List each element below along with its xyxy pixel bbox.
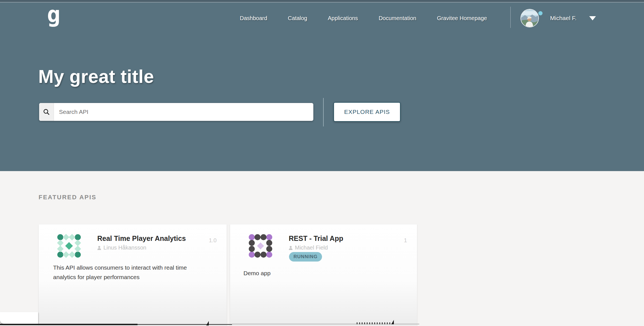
api-card-rest-trial-app[interactable]: REST - Trial App Michael Field 1 RUNNING… <box>230 224 417 326</box>
cutoff-footer-bar <box>0 324 138 325</box>
featured-apis-heading: FEATURED APIS <box>39 194 96 201</box>
avatar-photo <box>521 9 538 27</box>
hero-banner: g Dashboard Catalog Applications Documen… <box>0 0 644 171</box>
gravitee-logo[interactable]: g <box>47 3 60 26</box>
explore-apis-button[interactable]: EXPLORE APIS <box>333 102 401 122</box>
nav-item-gravitee-homepage[interactable]: Gravitee Homepage <box>437 15 487 21</box>
api-owner: Linus Håkansson <box>97 244 146 251</box>
api-owner-name: Linus Håkansson <box>103 244 146 251</box>
api-search-bar <box>39 103 313 121</box>
cutoff-text-tops <box>357 322 391 324</box>
nav-item-applications[interactable]: Applications <box>328 15 358 21</box>
user-menu-name[interactable]: Michael F. <box>550 15 577 21</box>
bottom-left-panel-fragment <box>0 312 38 324</box>
search-input[interactable] <box>54 103 313 121</box>
api-description: This API allows consumers to interact wi… <box>53 263 198 282</box>
app-subscriptions-count: 1 <box>404 237 407 244</box>
search-icon <box>43 108 50 116</box>
cutoff-glyph-icon <box>206 321 209 325</box>
nav-item-catalog[interactable]: Catalog <box>288 15 307 21</box>
status-badge: RUNNING <box>289 252 322 262</box>
nav-item-dashboard[interactable]: Dashboard <box>240 15 267 21</box>
person-icon <box>288 245 293 250</box>
app-owner: Michael Field <box>288 244 328 251</box>
search-icon-button[interactable] <box>39 103 54 121</box>
cutoff-glyph-icon <box>391 320 394 324</box>
user-avatar[interactable] <box>521 9 538 27</box>
hero-vertical-divider <box>323 98 324 126</box>
main-nav: Dashboard Catalog Applications Documenta… <box>240 0 487 36</box>
nav-item-documentation[interactable]: Documentation <box>379 15 416 21</box>
api-title: Real Time Player Analytics <box>97 234 186 243</box>
header-divider <box>510 7 511 28</box>
page-title: My great title <box>38 66 154 87</box>
api-card-real-time-player-analytics[interactable]: Real Time Player Analytics Linus Håkanss… <box>39 224 227 326</box>
app-description: Demo app <box>243 269 394 278</box>
app-title: REST - Trial App <box>289 234 343 243</box>
app-owner-name: Michael Field <box>295 244 328 251</box>
app-avatar-icon <box>248 234 273 258</box>
api-avatar-icon <box>57 234 81 258</box>
portal-page: g Dashboard Catalog Applications Documen… <box>0 0 644 326</box>
cutoff-footer-line <box>138 324 232 325</box>
presence-status-dot <box>538 11 543 15</box>
api-version: 1.0 <box>209 237 217 244</box>
person-icon <box>97 245 102 250</box>
chevron-down-icon[interactable] <box>589 16 596 20</box>
